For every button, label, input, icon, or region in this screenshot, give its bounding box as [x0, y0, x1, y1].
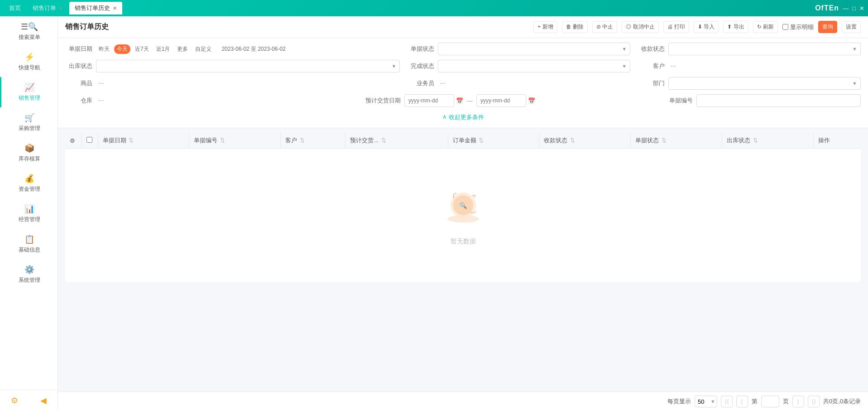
prev-page-btn[interactable]: ⟨ — [736, 396, 748, 407]
date-btn-1month[interactable]: 近1月 — [153, 44, 173, 54]
collapse-row[interactable]: ∧ 收起更多条件 — [65, 111, 861, 123]
sidebar-item-quick-nav[interactable]: ⚡ 快捷导航 — [0, 47, 58, 77]
date-btn-7days[interactable]: 近7天 — [132, 44, 152, 54]
page-size-select[interactable]: 20 50 100 — [695, 396, 717, 407]
salesman-dots-btn[interactable]: ··· — [438, 80, 447, 87]
sidebar-item-search-menu[interactable]: ☰🔍 搜索菜单 — [0, 16, 58, 47]
filter-salesman-label: 业务员 — [407, 79, 434, 87]
sidebar-item-label-sales-mgmt: 销售管理 — [19, 94, 40, 102]
system-icon: ⚙️ — [24, 265, 34, 275]
expected-date-from-cal-icon: 📅 — [456, 97, 463, 104]
sidebar-item-system[interactable]: ⚙️ 系统管理 — [0, 259, 58, 290]
print-btn[interactable]: 🖨 打印 — [663, 21, 689, 33]
th-order-status: 单据状态 ⇅ — [631, 133, 722, 149]
delete-btn[interactable]: 🗑 删除 — [562, 21, 588, 33]
date-btn-today[interactable]: 今天 — [114, 44, 130, 54]
tab-home[interactable]: 首页 — [4, 2, 26, 15]
order-status-select[interactable] — [438, 43, 630, 55]
th-pay-status-sort-icon[interactable]: ⇅ — [570, 137, 575, 144]
outbound-select[interactable] — [96, 60, 400, 73]
next-page-btn[interactable]: ⟩ — [792, 396, 804, 407]
current-page-input[interactable]: 1 — [761, 396, 779, 407]
table-settings-icon[interactable]: ⚙ — [70, 137, 75, 144]
complete-select[interactable] — [438, 60, 630, 73]
filter-status-label: 单据状态 — [407, 45, 434, 53]
operation-icon: 📊 — [24, 204, 34, 214]
expected-date-from[interactable] — [404, 94, 454, 107]
date-btn-more[interactable]: 更多 — [174, 44, 191, 54]
sidebar-item-basic-info[interactable]: 📋 基础信息 — [0, 229, 58, 259]
sidebar-footer: ⚙ ◀ — [0, 390, 58, 411]
customer-dots-btn[interactable]: ··· — [668, 63, 678, 70]
export-btn[interactable]: ⬆ 导出 — [723, 21, 748, 33]
th-outbound-status-sort-icon[interactable]: ⇅ — [753, 137, 758, 144]
th-expected-delivery-sort-icon[interactable]: ⇅ — [381, 137, 386, 144]
table-footer: 每页显示 20 50 100 ▼ ⟨⟨ ⟨ 第 1 页 ⟩ ⟩⟩ 共0页,0条记… — [58, 392, 868, 411]
settings-btn[interactable]: 设置 — [842, 21, 861, 33]
tab-sales-order-label: 销售订单 — [33, 4, 56, 12]
show-detail-checkbox-label[interactable]: 显示明细 — [782, 23, 814, 31]
filter-row-2: 出库状态 ▼ 完成状态 ▼ — [65, 60, 861, 73]
empty-state: 🔍 暂无数据 — [65, 149, 861, 282]
purchase-mgmt-icon: 🛒 — [24, 113, 34, 123]
th-pay-status-label: 收款状态 — [544, 137, 567, 144]
tab-sales-history-label: 销售订单历史 — [75, 4, 110, 12]
close-window-btn[interactable]: ✕ — [859, 5, 864, 12]
import-btn[interactable]: ⬇ 导入 — [694, 21, 719, 33]
product-dots-btn[interactable]: ··· — [96, 80, 106, 87]
th-customer-sort-icon[interactable]: ⇅ — [300, 137, 305, 144]
filter-customer-group: 客户 ··· — [638, 62, 861, 70]
complete-select-wrapper: ▼ — [438, 60, 630, 73]
sidebar-item-sales-mgmt[interactable]: 📈 销售管理 — [0, 77, 58, 107]
department-select[interactable] — [668, 77, 861, 90]
sidebar-item-operation[interactable]: 📊 经营管理 — [0, 198, 58, 229]
maximize-btn[interactable]: □ — [852, 5, 856, 12]
page-title: 销售订单历史 — [65, 22, 109, 32]
sidebar: ☰🔍 搜索菜单 ⚡ 快捷导航 📈 销售管理 🛒 采购管理 📦 库存核算 💰 资金… — [0, 16, 58, 411]
empty-illustration: 🔍 — [441, 185, 486, 230]
th-amount-sort-icon[interactable]: ⇅ — [479, 137, 484, 144]
refresh-btn[interactable]: ↻ 刷新 — [753, 21, 778, 33]
th-customer-label: 客户 — [285, 137, 297, 144]
show-detail-checkbox[interactable] — [782, 24, 788, 30]
minimize-btn[interactable]: — — [843, 5, 849, 12]
new-btn[interactable]: + 新增 — [533, 21, 557, 33]
filter-complete-group: 完成状态 ▼ — [407, 60, 630, 73]
th-settings[interactable]: ⚙ — [65, 133, 82, 149]
cancel-stop-btn[interactable]: ◎ 取消中止 — [622, 21, 658, 33]
th-pay-status: 收款状态 ⇅ — [539, 133, 631, 149]
stop-btn[interactable]: ⊘ 中止 — [592, 21, 617, 33]
tab-sales-order[interactable]: 销售订单 ✕ — [27, 2, 68, 15]
select-all-checkbox[interactable] — [86, 137, 92, 143]
th-amount-label: 订单金额 — [453, 137, 476, 144]
filter-product-label: 商品 — [65, 79, 92, 87]
pay-status-select[interactable] — [668, 43, 861, 55]
sidebar-item-purchase-mgmt[interactable]: 🛒 采购管理 — [0, 107, 58, 138]
date-separator: — — [467, 97, 473, 104]
th-order-no-sort-icon[interactable]: ⇅ — [220, 137, 225, 144]
sidebar-item-inventory[interactable]: 📦 库存核算 — [0, 138, 58, 168]
order-no-input[interactable] — [696, 94, 861, 107]
sidebar-item-finance[interactable]: 💰 资金管理 — [0, 168, 58, 198]
th-order-status-sort-icon[interactable]: ⇅ — [662, 137, 667, 144]
date-btn-yesterday[interactable]: 昨天 — [96, 44, 112, 54]
sidebar-collapse-btn[interactable]: ◀ — [40, 396, 47, 406]
th-date-sort-icon[interactable]: ⇅ — [129, 137, 134, 144]
th-checkbox[interactable] — [82, 133, 98, 149]
sidebar-item-label-finance: 资金管理 — [19, 185, 40, 193]
page-size-wrapper: 20 50 100 ▼ — [695, 396, 717, 407]
first-page-btn[interactable]: ⟨⟨ — [721, 396, 733, 407]
tab-sales-order-close[interactable]: ✕ — [59, 5, 63, 11]
content-area: 销售订单历史 + 新增 🗑 删除 ⊘ 中止 ◎ 取消中止 🖨 打印 ⬇ 导入 ⬆… — [58, 16, 868, 411]
sidebar-settings-btn[interactable]: ⚙ — [11, 396, 18, 406]
tab-sales-history[interactable]: 销售订单历史 ✕ — [69, 2, 122, 15]
last-page-btn[interactable]: ⟩⟩ — [808, 396, 820, 407]
filter-area: 单据日期 昨天 今天 近7天 近1月 更多 自定义 2023-06-02 至 2… — [58, 38, 868, 128]
filter-row-3: 商品 ··· 业务员 ··· 部门 ▼ — [65, 77, 861, 90]
expected-date-to[interactable] — [476, 94, 526, 107]
page-title-row: 销售订单历史 + 新增 🗑 删除 ⊘ 中止 ◎ 取消中止 🖨 打印 ⬇ 导入 ⬆… — [65, 21, 861, 33]
warehouse-dots-btn[interactable]: ··· — [96, 97, 106, 104]
query-btn[interactable]: 查询 — [818, 21, 837, 33]
date-btn-custom[interactable]: 自定义 — [192, 44, 214, 54]
tab-sales-history-close[interactable]: ✕ — [113, 5, 117, 11]
